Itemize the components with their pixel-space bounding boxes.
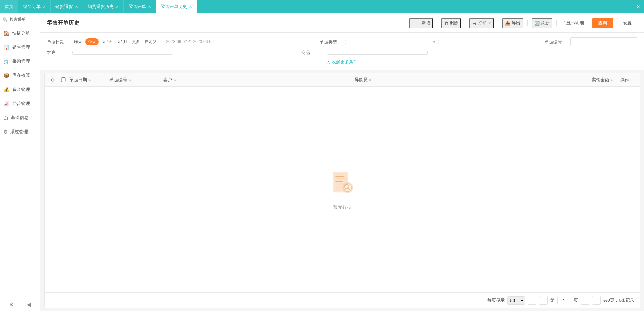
prev-page-btn[interactable]: ‹ <box>539 296 548 305</box>
search-icon: 🔍 <box>3 17 8 22</box>
sidebar-label-inventory: 库存核算 <box>12 72 30 79</box>
customer-input[interactable]: ··· <box>72 51 173 55</box>
sidebar-item-inventory[interactable]: 📦库存核算 <box>0 68 40 83</box>
type-select[interactable]: ▼ <box>345 40 439 44</box>
select-all-checkbox[interactable] <box>60 77 67 82</box>
export-label: 导出 <box>512 20 521 26</box>
add-icon: ＋ <box>412 20 416 26</box>
close-tab-icon[interactable]: ✕ <box>189 5 192 9</box>
nav-tab-home[interactable]: 首页 <box>0 0 18 13</box>
divider-4 <box>527 20 528 26</box>
nav-tab-retail-open[interactable]: 零售开单✕ <box>124 0 156 13</box>
sidebar-label-purchase-mgmt: 采购管理 <box>12 58 30 64</box>
col-guide-label: 导购员 <box>355 77 368 83</box>
divider-3 <box>498 20 498 26</box>
print-button[interactable]: 🖨 打印 ▼ <box>469 18 494 28</box>
sidebar-item-purchase-mgmt[interactable]: 🛒采购管理 <box>0 54 40 68</box>
col-header-num[interactable]: 单据编号 ⇅ <box>110 77 163 83</box>
page-input[interactable] <box>557 297 571 304</box>
date-options: 昨天 今天 近7天 近1月 更多 自定义 <box>72 38 158 45</box>
filter-row-2: 客户 ··· 商品 ··· <box>47 50 637 56</box>
goods-input[interactable]: ··· <box>327 51 428 55</box>
sidebar-icon-quick-nav: 🏠 <box>3 30 10 36</box>
nav-tab-retail-open-history[interactable]: 零售开单历史✕ <box>156 0 197 13</box>
maximize-btn[interactable]: □ <box>631 4 633 9</box>
table-area: ⚙ 单据日期 ⇅ 单据编号 ⇅ 客户 ⇅ 导购员 ⇅ <box>44 73 640 308</box>
col-amount-sort-icon: ⇅ <box>610 78 613 82</box>
col-header-action: 操作 <box>613 77 636 83</box>
delete-button[interactable]: 🗑 删除 <box>441 18 461 28</box>
pagination: 每页显示 50 20 100 200 « ‹ 第 页 › » 共0页，0条记录 <box>45 292 640 308</box>
last-page-btn[interactable]: » <box>592 296 601 305</box>
print-label: 打印 <box>478 20 487 26</box>
export-icon: 📤 <box>505 21 510 26</box>
col-header-guide[interactable]: 导购员 ⇅ <box>355 77 388 83</box>
empty-icon <box>327 169 357 199</box>
page-label: 第 <box>550 297 555 303</box>
page-title: 零售开单历史 <box>47 20 79 27</box>
type-chevron-icon: ▼ <box>432 40 436 44</box>
empty-state: 暂无数据 <box>45 87 640 292</box>
date-opt-1month[interactable]: 近1月 <box>116 38 129 45</box>
collapse-sidebar-icon[interactable]: ◀ <box>27 301 31 308</box>
date-opt-more[interactable]: 更多 <box>131 38 141 45</box>
content-area: 零售开单历史 ＋ + 新增 🗑 删除 🖨 打印 ▼ <box>40 13 644 311</box>
show-detail-checkbox[interactable] <box>561 21 565 25</box>
next-page-btn[interactable]: › <box>581 296 589 305</box>
settings-button[interactable]: 设置 <box>617 18 637 28</box>
per-page-select[interactable]: 50 20 100 200 <box>507 296 525 305</box>
sidebar-label-finance: 资金管理 <box>12 87 30 93</box>
filter-row-1: 单据日期 昨天 今天 近7天 近1月 更多 自定义 2023-06-02 至 2… <box>47 37 637 46</box>
sidebar-item-operations[interactable]: 📈经营管理 <box>0 97 40 111</box>
nav-tab-label: 零售开单 <box>129 4 146 10</box>
nav-tab-sales-return[interactable]: 销货退货✕ <box>51 0 83 13</box>
sidebar-item-quick-nav[interactable]: 🏠快捷导航 <box>0 26 40 40</box>
nav-tab-sales-return-history[interactable]: 销货退货历史✕ <box>83 0 124 13</box>
refresh-button[interactable]: 🔄 刷新 <box>532 18 552 28</box>
date-opt-custom[interactable]: 自定义 <box>143 38 158 45</box>
sidebar-icon-sales-mgmt: 📊 <box>3 44 10 50</box>
date-range-display: 2023-06-02 至 2023-06-02 <box>166 39 213 45</box>
sidebar: 🔍 搜索采单 🏠快捷导航📊销售管理🛒采购管理📦库存核算💰资金管理📈经营管理🗂基础… <box>0 13 40 311</box>
col-header-date[interactable]: 单据日期 ⇅ <box>69 77 110 83</box>
nav-tab-sales-order[interactable]: 销售订单✕ <box>18 0 51 13</box>
sidebar-search[interactable]: 🔍 搜索采单 <box>0 13 40 26</box>
collapse-button[interactable]: ∧ 收起更多条件 <box>327 59 358 65</box>
nav-tab-label: 销售订单 <box>23 4 41 10</box>
col-header-amount[interactable]: 实销金额 ⇅ <box>579 77 613 83</box>
divider-2 <box>465 20 465 26</box>
close-tab-icon[interactable]: ✕ <box>148 5 151 9</box>
date-opt-yesterday[interactable]: 昨天 <box>72 38 83 45</box>
num-input[interactable] <box>570 37 637 46</box>
add-button[interactable]: ＋ + 新增 <box>409 18 433 28</box>
close-tab-icon[interactable]: ✕ <box>75 5 78 9</box>
nav-tab-label: 零售开单历史 <box>161 4 187 10</box>
col-header-customer[interactable]: 客户 ⇅ <box>163 77 355 83</box>
date-opt-7days[interactable]: 近7天 <box>101 38 114 45</box>
col-date-label: 单据日期 <box>69 77 87 83</box>
date-opt-today[interactable]: 今天 <box>85 38 99 45</box>
sidebar-icon-inventory: 📦 <box>3 72 10 79</box>
close-tab-icon[interactable]: ✕ <box>43 5 46 9</box>
sidebar-item-system[interactable]: ⚙系统管理 <box>0 125 40 139</box>
col-action-label: 操作 <box>620 77 629 83</box>
sidebar-item-finance[interactable]: 💰资金管理 <box>0 83 40 97</box>
first-page-btn[interactable]: « <box>528 296 536 305</box>
minimize-btn[interactable]: — <box>624 4 628 9</box>
add-label: + 新增 <box>418 20 430 26</box>
sidebar-icon-operations: 📈 <box>3 101 10 107</box>
sidebar-label-quick-nav: 快捷导航 <box>12 30 30 36</box>
sidebar-search-label: 搜索采单 <box>10 17 26 22</box>
table-settings-icon[interactable]: ⚙ <box>48 75 57 85</box>
show-detail-toggle[interactable]: 显示明细 <box>561 20 584 26</box>
sidebar-item-basics[interactable]: 🗂基础信息 <box>0 111 40 125</box>
print-icon: 🖨 <box>472 21 477 26</box>
close-btn[interactable]: ✕ <box>637 4 640 9</box>
table-header: ⚙ 单据日期 ⇅ 单据编号 ⇅ 客户 ⇅ 导购员 ⇅ <box>45 73 640 87</box>
export-button[interactable]: 📤 导出 <box>502 18 523 28</box>
close-tab-icon[interactable]: ✕ <box>116 5 119 9</box>
collapse-label: 收起更多条件 <box>332 59 358 65</box>
sidebar-item-sales-mgmt[interactable]: 📊销售管理 <box>0 40 40 54</box>
settings-icon[interactable]: ⚙ <box>9 301 14 308</box>
query-button[interactable]: 查询 <box>592 18 613 28</box>
